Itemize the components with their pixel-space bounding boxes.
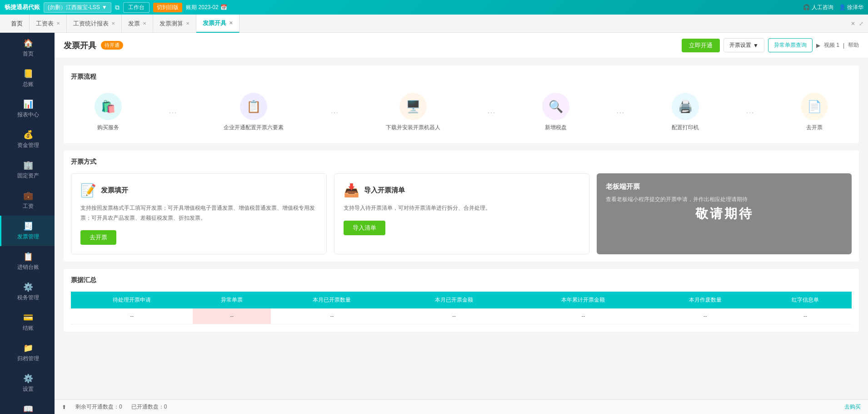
footer-buy-link[interactable]: 去购买 [844,403,861,411]
footer-opened: 已开通数盘：0 [131,403,167,411]
workstation-button[interactable]: 工作台 [123,2,150,13]
close-tab-icon[interactable]: ✕ [851,20,855,27]
sidebar-item-purchase-sales[interactable]: 📋 进销台账 [0,246,55,277]
abnormal-query-button[interactable]: 异常单票查询 [768,38,813,52]
flow-section: 开票流程 🛍️ 购买服务 ⋯ 📋 企业开通配置开票六要素 ⋯ [64,66,859,143]
config-printer-label: 配置打印机 [672,124,699,131]
main-layout: 🏠 首页 📒 总账 📊 报表中心 💰 资金管理 🏢 固定资产 💼 工资 🧾 发票… [0,33,868,414]
top-bar-right: 🎧 人工咨询 👤 徐泽华 [803,4,863,11]
status-badge: 待开通 [101,41,123,50]
tab-invoice-tool-close[interactable]: ✕ [229,20,233,25]
flow-step-enterprise-setup[interactable]: 📋 企业开通配置开票六要素 [224,93,284,131]
company-name: (勿删）江西服宝-LSS [48,4,100,11]
immediate-open-button[interactable]: 立即开通 [682,39,720,52]
tab-salary-close[interactable]: ✕ [56,21,60,26]
manual-desc: 支持按照发票格式手工填写开发票；可开具增值税电子普通发票、增值税普通发票、增值税… [80,203,317,223]
enterprise-setup-label: 企业开通配置开票六要素 [224,124,284,131]
sidebar-item-funds[interactable]: 💰 资金管理 [0,124,55,155]
open-settings-label: 开票设置 [729,41,751,49]
tab-salary-report[interactable]: 工资统计报表 ✕ [67,15,122,33]
add-taxbox-icon: 🔍 [549,100,563,114]
help-area: ▶ 视频 1 | 帮助 [816,41,859,49]
sidebar-item-archive[interactable]: 📁 归档管理 [0,338,55,368]
footer-lock-icon: ⬆ [62,404,66,410]
flow-step-config-printer[interactable]: 🖨️ 配置打印机 [672,93,699,131]
import-desc: 支持导入待开票清单，可对待开票清单进行拆分、合并处理。 [344,203,580,213]
cell-month-amount: -- [393,308,515,324]
import-list-button[interactable]: 导入清单 [344,221,385,235]
chevron-down-icon: ▼ [102,4,107,10]
guide-icon: 📖 [23,404,33,414]
old-version-button[interactable]: 切到旧版 [153,3,182,12]
cell-month-qty: -- [271,308,393,324]
period-value: 2023-02 [199,4,219,10]
tax-icon: ⚙️ [23,282,33,292]
video-icon: ▶ [816,42,820,49]
col-month-void: 本月作废数量 [652,292,759,308]
sidebar-purchase-sales-label: 进销台账 [17,263,39,271]
company-selector[interactable]: (勿删）江西服宝-LSS ▼ [44,2,111,13]
manual-issue-button[interactable]: 去开票 [80,230,116,245]
archive-icon: 📁 [23,343,33,353]
flow-step-issue-invoice[interactable]: 📄 去开票 [801,93,828,131]
sidebar: 🏠 首页 📒 总账 📊 报表中心 💰 资金管理 🏢 固定资产 💼 工资 🧾 发票… [0,33,55,414]
summary-table: 待处理开票申请 异常单票 本月已开票数量 本月已开票金额 本年累计开票金额 本月… [71,292,852,324]
flow-step-download-robot[interactable]: 🖥️ 下载并安装开票机器人 [386,93,440,131]
col-red-info: 红字信息单 [759,292,852,308]
funds-icon: 💰 [23,130,33,140]
tab-invoice-calc-label: 发票测算 [160,20,183,28]
page-header: 发票开具 待开通 立即开通 开票设置 ▼ 异常单票查询 ▶ 视频 1 | 帮助 [55,33,868,58]
tab-invoice-label: 发票 [128,20,140,28]
home-icon: 🏠 [23,38,33,48]
sidebar-archive-label: 归档管理 [17,355,39,363]
user-avatar[interactable]: 👤 徐泽华 [839,4,863,11]
avatar-icon: 👤 [839,4,846,10]
flow-step-add-taxbox[interactable]: 🔍 新增税盘 [542,93,569,131]
sidebar-settings-label: 设置 [23,385,34,393]
sidebar-item-settings[interactable]: ⚙️ 设置 [0,368,55,399]
method-cards: 📝 发票填开 支持按照发票格式手工填写开发票；可开具增值税电子普通发票、增值税普… [71,173,852,254]
sidebar-item-assets[interactable]: 🏢 固定资产 [0,155,55,185]
flow-step-buy-service[interactable]: 🛍️ 购买服务 [95,93,122,131]
restore-icon[interactable]: ⤢ [859,20,863,27]
page-actions: 立即开通 开票设置 ▼ 异常单票查询 ▶ 视频 1 | 帮助 [682,38,859,52]
sidebar-item-home[interactable]: 🏠 首页 [0,33,55,63]
copy-icon[interactable]: ⧉ [115,4,120,11]
period-label: 账期 [186,4,197,11]
tab-invoice-calc-close[interactable]: ✕ [186,21,190,26]
support-button[interactable]: 🎧 人工咨询 [803,4,833,11]
tab-home[interactable]: 首页 [5,15,30,33]
view-count[interactable]: 视频 1 [824,41,839,49]
tab-bar-actions: ✕ ⤢ [851,20,863,27]
sidebar-funds-label: 资金管理 [17,141,39,149]
tab-invoice-calc[interactable]: 发票测算 ✕ [153,15,196,33]
footer-remaining: 剩余可开通数盘：0 [75,403,122,411]
tab-invoice[interactable]: 发票 ✕ [122,15,153,33]
tab-invoice-tool[interactable]: 发票开具 ✕ [196,15,239,33]
tab-invoice-close[interactable]: ✕ [143,21,146,26]
sidebar-item-tax[interactable]: ⚙️ 税务管理 [0,277,55,307]
chevron-down-icon: ▼ [753,42,758,49]
arrow-1: ⋯ [169,107,177,117]
methods-title: 开票方式 [71,158,852,166]
config-printer-icon: 🖨️ [678,100,693,114]
sidebar-item-reports[interactable]: 📊 报表中心 [0,94,55,124]
enterprise-setup-icon: 📋 [246,100,261,114]
salary-icon: 💼 [23,191,33,201]
col-month-qty: 本月已开票数量 [271,292,393,308]
divider: | [843,42,844,49]
tab-salary-report-close[interactable]: ✕ [111,21,115,26]
arrow-2: ⋯ [330,107,339,117]
tab-salary[interactable]: 工资表 ✕ [30,15,67,33]
sidebar-item-invoice-mgmt[interactable]: 🧾 发票管理 [0,216,55,246]
sidebar-item-ledger[interactable]: 📒 总账 [0,63,55,94]
sidebar-item-settlement[interactable]: 💳 结账 [0,307,55,338]
calendar-icon[interactable]: 📅 [220,4,227,10]
help-link[interactable]: 帮助 [848,41,859,49]
settlement-icon: 💳 [23,313,33,323]
open-settings-button[interactable]: 开票设置 ▼ [723,38,764,52]
sidebar-item-guide[interactable]: 📖 新手引导 [0,399,55,414]
sidebar-item-salary[interactable]: 💼 工资 [0,185,55,216]
sidebar-settlement-label: 结账 [23,324,34,332]
manual-header: 📝 发票填开 [80,183,317,198]
